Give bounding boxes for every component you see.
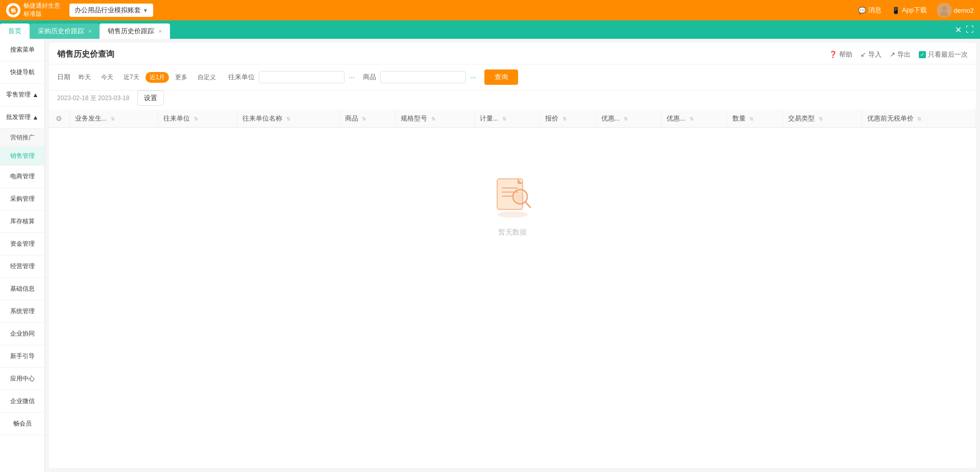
svg-point-3 bbox=[942, 6, 947, 11]
purchase-mgmt-label: 采购管理 bbox=[10, 195, 35, 203]
sort-icon-spec[interactable]: ⇅ bbox=[431, 116, 435, 122]
sort-icon-discount1[interactable]: ⇅ bbox=[624, 116, 628, 122]
table-col-counterpart-name: 往来单位名称 ⇅ bbox=[237, 110, 339, 128]
search-menu-label: 搜索菜单 bbox=[10, 45, 35, 54]
sort-icon-counterpart-name[interactable]: ⇅ bbox=[286, 116, 290, 122]
svg-point-12 bbox=[515, 192, 525, 202]
sidebar-item-sales-mgmt[interactable]: 销售管理 bbox=[0, 147, 44, 166]
system-mgmt-label: 系统管理 bbox=[10, 307, 35, 316]
goods-input[interactable] bbox=[380, 71, 466, 83]
sidebar-item-enterprise-collab[interactable]: 企业协同 bbox=[0, 323, 44, 345]
date-btn-more[interactable]: 更多 bbox=[171, 72, 191, 83]
sort-icon-goods[interactable]: ⇅ bbox=[362, 116, 366, 122]
table-col-discount2: 优惠... ⇅ bbox=[662, 110, 727, 128]
export-btn[interactable]: ↗ 导出 bbox=[890, 50, 911, 59]
sidebar-item-enterprise-wechat[interactable]: 企业微信 bbox=[0, 390, 44, 413]
logo-text: 畅捷通好生意 标准版 bbox=[23, 2, 60, 18]
workspace-selector[interactable]: 办公用品行业模拟账套 ▼ bbox=[69, 4, 153, 17]
sidebar-item-basic-info[interactable]: 基础信息 bbox=[0, 278, 44, 300]
checkbox-icon: ✓ bbox=[919, 51, 926, 58]
table-col-pre-tax-price: 优惠前无税单价 ⇅ bbox=[862, 110, 975, 128]
page-content: 销售历史价查询 ❓ 帮助 ↙ 导入 ↗ 导出 ✓ bbox=[49, 43, 976, 468]
user-area[interactable]: demo2 bbox=[937, 3, 974, 17]
new-guide-label: 新手引导 bbox=[10, 352, 35, 361]
enterprise-collab-label: 企业协同 bbox=[10, 329, 35, 338]
help-btn[interactable]: ❓ 帮助 bbox=[829, 50, 852, 59]
sidebar-item-quick-nav[interactable]: 快捷导航 bbox=[0, 61, 44, 84]
sidebar-item-retail-mgmt[interactable]: 零售管理 ▲ bbox=[0, 84, 44, 106]
tab-home-label: 首页 bbox=[8, 27, 21, 36]
sidebar-item-purchase-mgmt[interactable]: 采购管理 bbox=[0, 188, 44, 210]
counterpart-ellipsis-btn[interactable]: ··· bbox=[349, 73, 355, 81]
date-btn-custom[interactable]: 自定义 bbox=[193, 72, 220, 83]
data-table: ⚙ 业务发生... ⇅ 往来单位 ⇅ 往来单位名称 bbox=[49, 110, 976, 128]
search-button[interactable]: 查询 bbox=[484, 69, 518, 85]
sidebar-item-marketing[interactable]: 营销推广 bbox=[0, 129, 44, 147]
tab-home[interactable]: 首页 bbox=[0, 23, 30, 39]
top-bar-right: 💬 消息 📱 App下载 demo2 bbox=[858, 3, 974, 17]
fullscreen-btn[interactable]: ⛶ bbox=[966, 25, 974, 34]
empty-icon bbox=[487, 169, 538, 220]
sidebar-item-new-guide[interactable]: 新手引导 bbox=[0, 345, 44, 368]
sort-icon-biz-date[interactable]: ⇅ bbox=[111, 116, 115, 122]
tab-sales-history-label: 销售历史价跟踪 bbox=[108, 27, 154, 36]
date-range-display: 2023-02-18 至 2023-03-18 bbox=[57, 94, 129, 103]
message-icon: 💬 bbox=[858, 7, 866, 14]
retail-mgmt-label: 零售管理 bbox=[6, 90, 31, 99]
sidebar-item-app-center[interactable]: 应用中心 bbox=[0, 368, 44, 390]
table-container: ⚙ 业务发生... ⇅ 往来单位 ⇅ 往来单位名称 bbox=[49, 110, 976, 468]
close-all-tabs-btn[interactable]: ✕ bbox=[955, 25, 962, 35]
counterpart-input[interactable] bbox=[259, 71, 345, 83]
sidebar-item-operations-mgmt[interactable]: 经营管理 bbox=[0, 255, 44, 278]
app-download-btn[interactable]: 📱 App下载 bbox=[892, 6, 927, 15]
date-btn-yesterday[interactable]: 昨天 bbox=[75, 72, 95, 83]
sidebar-item-finance-mgmt[interactable]: 资金管理 bbox=[0, 233, 44, 255]
inventory-label: 库存核算 bbox=[10, 217, 35, 226]
sort-icon-unit[interactable]: ⇅ bbox=[502, 116, 506, 122]
page-title: 销售历史价查询 bbox=[57, 49, 114, 60]
goods-ellipsis-btn[interactable]: ··· bbox=[470, 73, 476, 81]
date-btn-today[interactable]: 今天 bbox=[97, 72, 117, 83]
sidebar-item-member[interactable]: 畅会员 bbox=[0, 413, 44, 435]
sort-icon-quote-price[interactable]: ⇅ bbox=[562, 116, 567, 122]
basic-info-label: 基础信息 bbox=[10, 285, 35, 293]
page-header: 销售历史价查询 ❓ 帮助 ↙ 导入 ↗ 导出 ✓ bbox=[49, 43, 976, 64]
logo-area: 畅 畅捷通好生意 标准版 bbox=[6, 2, 60, 18]
sort-icon-discount2[interactable]: ⇅ bbox=[690, 116, 694, 122]
goods-filter-group: 商品 ··· bbox=[363, 71, 476, 83]
empty-text: 暂无数据 bbox=[498, 228, 527, 237]
svg-text:畅: 畅 bbox=[11, 8, 16, 13]
table-col-trade-type: 交易类型 ⇅ bbox=[782, 110, 862, 128]
table-col-settings: ⚙ bbox=[49, 110, 69, 128]
import-btn[interactable]: ↙ 导入 bbox=[861, 50, 881, 59]
sidebar-item-search-menu[interactable]: 搜索菜单 bbox=[0, 39, 44, 61]
wholesale-mgmt-label: 批发管理 bbox=[6, 113, 31, 122]
sort-icon-quantity[interactable]: ⇅ bbox=[749, 116, 753, 122]
counterpart-filter-group: 往来单位 ··· bbox=[228, 71, 355, 83]
tab-purchase-history[interactable]: 采购历史价跟踪 × bbox=[30, 23, 100, 39]
close-tab-purchase-icon[interactable]: × bbox=[88, 28, 91, 34]
sidebar-item-system-mgmt[interactable]: 系统管理 bbox=[0, 300, 44, 323]
tab-sales-history[interactable]: 销售历史价跟踪 × bbox=[100, 23, 169, 39]
date-label: 日期 bbox=[57, 73, 70, 82]
gear-icon[interactable]: ⚙ bbox=[56, 114, 62, 123]
svg-line-13 bbox=[525, 202, 530, 207]
date-btn-last7days[interactable]: 近7天 bbox=[119, 72, 143, 83]
sidebar-item-inventory[interactable]: 库存核算 bbox=[0, 210, 44, 233]
sidebar-item-wholesale-mgmt[interactable]: 批发管理 ▲ bbox=[0, 106, 44, 129]
sidebar-item-ecommerce-mgmt[interactable]: 电商管理 bbox=[0, 166, 44, 188]
only-last-checkbox[interactable]: ✓ 只看最后一次 bbox=[919, 50, 968, 59]
date-btn-last1month[interactable]: 近1月 bbox=[145, 72, 169, 83]
import-icon: ↙ bbox=[861, 51, 866, 58]
close-tab-sales-icon[interactable]: × bbox=[158, 28, 161, 34]
help-icon: ❓ bbox=[829, 51, 837, 58]
sort-icon-pre-tax-price[interactable]: ⇅ bbox=[917, 116, 921, 122]
table-col-quantity: 数量 ⇅ bbox=[727, 110, 782, 128]
chevron-down-icon: ▼ bbox=[143, 8, 148, 13]
sort-icon-counterpart[interactable]: ⇅ bbox=[194, 116, 198, 122]
empty-state: 暂无数据 bbox=[49, 128, 976, 278]
message-btn[interactable]: 💬 消息 bbox=[858, 6, 881, 15]
sort-icon-trade-type[interactable]: ⇅ bbox=[819, 116, 823, 122]
top-bar-left: 畅 畅捷通好生意 标准版 办公用品行业模拟账套 ▼ bbox=[6, 2, 153, 18]
settings-button[interactable]: 设置 bbox=[137, 90, 164, 106]
